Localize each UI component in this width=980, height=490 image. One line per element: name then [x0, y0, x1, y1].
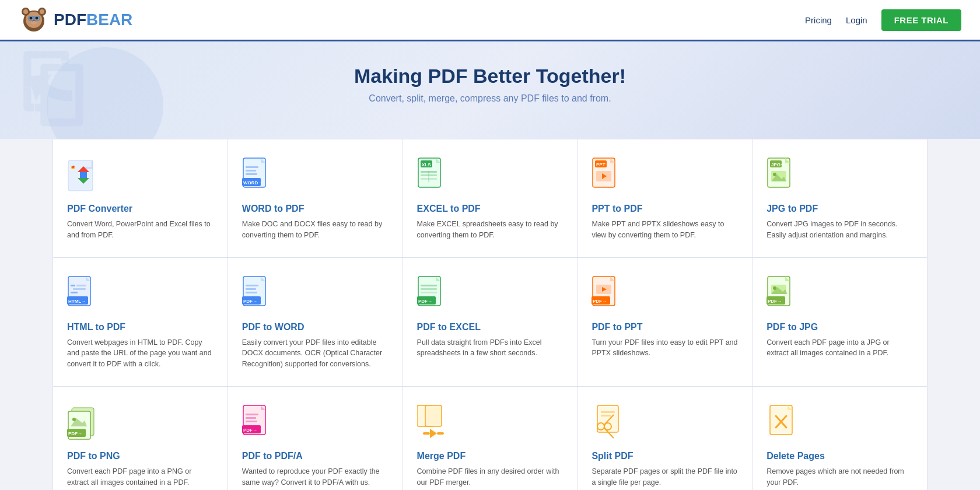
tool-desc-3: Make PPT and PPTX slideshows easy to vie…	[592, 219, 738, 241]
tool-icon-pdf-to-png: PDF→	[67, 403, 102, 443]
svg-text:HTML→: HTML→	[68, 299, 86, 304]
svg-point-7	[36, 17, 38, 20]
tool-title-11: PDF to PDF/A	[242, 451, 388, 461]
tool-card-pdf-to-ppt[interactable]: PDF→ PDF to PPTTurn your PDF files into …	[578, 258, 752, 387]
svg-point-46	[773, 173, 776, 176]
tool-desc-6: Easily convert your PDF files into edita…	[242, 337, 388, 370]
tool-title-7: PDF to EXCEL	[417, 322, 564, 332]
logo[interactable]: PDFBEAR	[19, 5, 132, 35]
svg-rect-97	[425, 405, 442, 426]
tool-icon-ppt-to-pdf: PPT→	[592, 156, 626, 195]
tool-icon-pdf-to-ppt: PDF→	[592, 274, 626, 314]
login-link[interactable]: Login	[846, 15, 867, 25]
tool-icon-delete	[766, 403, 802, 443]
tool-card-pdf-to-word[interactable]: PDF→ PDF to WORDEasily convert your PDF …	[228, 258, 403, 387]
tool-card-jpg-to-pdf[interactable]: JPG+ JPG to PDFConvert JPG images to PDF…	[752, 139, 928, 258]
tool-desc-0: Convert Word, PowerPoint and Excel files…	[67, 219, 214, 241]
tool-card-word-to-pdf[interactable]: WORD→ WORD to PDFMake DOC and DOCX files…	[228, 139, 403, 258]
svg-rect-67	[421, 285, 437, 286]
tool-card-pdf-to-pdf-a[interactable]: PDF→ PDF to PDF/AWanted to reproduce you…	[228, 387, 403, 490]
svg-rect-22	[246, 166, 258, 168]
tool-icon-converter	[67, 156, 102, 195]
svg-text:WORD→: WORD→	[243, 180, 262, 186]
svg-point-6	[30, 17, 33, 20]
tool-desc-13: Separate PDF pages or split the PDF file…	[592, 466, 738, 488]
svg-text:PDF→: PDF→	[68, 431, 82, 436]
svg-point-3	[23, 9, 28, 14]
tool-card-pdf-to-png[interactable]: PDF→ PDF to PNGConvert each PDF page int…	[53, 387, 228, 490]
tool-desc-12: Combine PDF files in any desired order w…	[417, 466, 564, 488]
tool-card-pdf-converter[interactable]: PDF ConverterConvert Word, PowerPoint an…	[53, 139, 228, 258]
tool-desc-14: Remove pages which are not needed from y…	[766, 466, 913, 488]
tool-title-13: Split PDF	[592, 451, 738, 461]
svg-rect-93	[246, 414, 258, 415]
tool-desc-2: Make EXCEL spreadsheets easy to read by …	[417, 219, 564, 241]
svg-text:JPG+: JPG+	[771, 162, 783, 167]
svg-rect-53	[76, 285, 86, 286]
svg-rect-54	[73, 288, 86, 290]
tool-title-0: PDF Converter	[67, 204, 214, 214]
tool-desc-11: Wanted to reproduce your PDF exactly the…	[242, 466, 388, 488]
tool-desc-1: Make DOC and DOCX files easy to read by …	[242, 219, 388, 241]
tool-card-merge-pdf[interactable]: Merge PDFCombine PDF files in any desire…	[403, 387, 578, 490]
svg-text:XLS→: XLS→	[422, 162, 436, 167]
svg-text:PPT→: PPT→	[596, 162, 610, 167]
tool-icon-pdf-to-jpg: PDF→	[766, 274, 802, 314]
svg-rect-94	[246, 417, 256, 419]
tool-desc-7: Pull data straight from PDFs into Excel …	[417, 337, 564, 359]
tool-icon-pdf-to-excel: PDF→	[417, 274, 452, 314]
svg-text:PDF→: PDF→	[243, 428, 257, 433]
header: PDFBEAR Pricing Login FREE TRIAL	[0, 0, 980, 41]
tool-desc-10: Convert each PDF page into a PNG or extr…	[67, 466, 214, 488]
tool-card-excel-to-pdf[interactable]: XLS→ EXCEL to PDFMake EXCEL spreadsheets…	[403, 139, 578, 258]
tool-card-split-pdf[interactable]: Split PDFSeparate PDF pages or split the…	[578, 387, 752, 490]
tool-icon-word-to-pdf: WORD→	[242, 156, 277, 195]
tool-title-12: Merge PDF	[417, 451, 564, 461]
svg-rect-68	[421, 288, 437, 290]
svg-rect-69	[421, 292, 437, 293]
svg-rect-106	[601, 411, 615, 413]
tool-card-delete-pages[interactable]: Delete PagesRemove pages which are not n…	[752, 387, 928, 490]
tool-title-8: PDF to PPT	[592, 322, 738, 332]
free-trial-button[interactable]: FREE TRIAL	[881, 9, 961, 31]
tool-card-ppt-to-pdf[interactable]: PPT→ PPT to PDFMake PPT and PPTX slidesh…	[578, 139, 752, 258]
tool-card-html-to-pdf[interactable]: HTML→ HTML to PDFConvert webpages in HTM…	[53, 258, 228, 387]
tool-icon-split	[592, 403, 626, 443]
tool-icon-excel-to-pdf: XLS→	[417, 156, 452, 195]
svg-rect-99	[423, 432, 430, 435]
tool-title-10: PDF to PNG	[67, 451, 214, 461]
hero-subtitle: Convert, split, merge, compress any PDF …	[12, 93, 968, 104]
tool-title-3: PPT to PDF	[592, 204, 738, 214]
svg-rect-17	[80, 172, 87, 178]
tool-title-4: JPG to PDF	[766, 204, 913, 214]
tool-title-9: PDF to JPG	[766, 322, 913, 332]
tool-icon-pdf-to-word: PDF→	[242, 274, 277, 314]
hero-watermark: ⎗	[23, 41, 79, 135]
logo-text: PDFBEAR	[54, 10, 132, 29]
tool-icon-jpg-to-pdf: JPG+	[766, 156, 802, 195]
tool-icon-html-to-pdf: HTML→	[67, 274, 102, 314]
svg-rect-100	[437, 432, 444, 435]
tool-title-5: HTML to PDF	[67, 322, 214, 332]
tool-desc-9: Convert each PDF page into a JPG or extr…	[766, 337, 913, 359]
tool-title-14: Delete Pages	[766, 451, 913, 461]
svg-rect-52	[71, 285, 75, 286]
pricing-link[interactable]: Pricing	[805, 15, 832, 25]
svg-point-12	[31, 21, 37, 24]
svg-marker-98	[430, 429, 437, 438]
hero-section: ⎗ Making PDF Better Together! Convert, s…	[0, 41, 980, 139]
svg-rect-101	[597, 405, 618, 432]
svg-rect-23	[246, 170, 256, 172]
tool-title-6: PDF to WORD	[242, 322, 388, 332]
svg-rect-107	[601, 415, 611, 416]
tool-icon-merge	[417, 403, 452, 443]
tool-card-pdf-to-jpg[interactable]: PDF→ PDF to JPGConvert each PDF page int…	[752, 258, 928, 387]
svg-text:PDF→: PDF→	[418, 299, 432, 304]
svg-text:PDF→: PDF→	[768, 299, 782, 304]
svg-rect-95	[246, 421, 257, 422]
hero-title: Making PDF Better Together!	[12, 65, 968, 88]
tool-title-1: WORD to PDF	[242, 204, 388, 214]
tool-desc-5: Convert webpages in HTML to PDF. Copy an…	[67, 337, 214, 370]
tool-card-pdf-to-excel[interactable]: PDF→ PDF to EXCELPull data straight from…	[403, 258, 578, 387]
svg-rect-55	[71, 292, 78, 293]
